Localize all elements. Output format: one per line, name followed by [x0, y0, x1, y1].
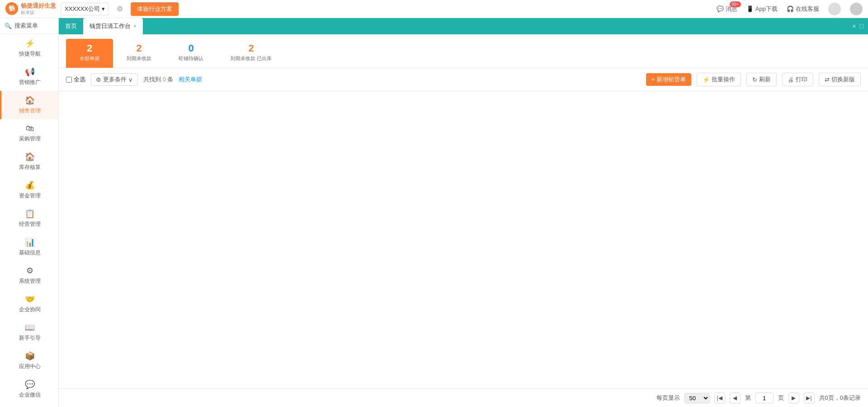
company-selector[interactable]: XXXXXX公司 ▾ — [61, 3, 109, 15]
guide-icon: 📖 — [25, 323, 35, 332]
sidebar-item-member[interactable]: ✓ 畅会员 — [0, 403, 58, 407]
tab-actions: × □ — [848, 23, 868, 30]
header-right: 💬 消息 99+ 📱 App下载 🎧 在线客服 — [717, 3, 863, 15]
sidebar-item-finance[interactable]: 💰 资金管理 — [0, 176, 58, 204]
purchase-icon: 🛍 — [26, 124, 34, 133]
per-page-label: 每页显示 — [656, 394, 680, 402]
sidebar-item-sales[interactable]: 🏠 销售管理 — [0, 91, 58, 119]
sidebar-item-cooperation[interactable]: 🤝 企业协同 — [0, 290, 58, 318]
sidebar-item-label: 基础信息 — [19, 249, 41, 257]
sidebar-item-purchase[interactable]: 🛍 采购管理 — [0, 119, 58, 147]
table-area — [59, 91, 868, 388]
quick-nav-icon: ⚡ — [25, 38, 35, 48]
next-page-button[interactable]: ▶ — [788, 393, 799, 403]
sidebar-item-label: 新手引导 — [19, 334, 41, 342]
sidebar-item-system[interactable]: ⚙ 系统管理 — [0, 261, 58, 290]
gear-icon: ⚙ — [117, 5, 123, 13]
prev-page-button[interactable]: ◀ — [730, 393, 741, 403]
cooperation-icon: 🤝 — [25, 294, 35, 304]
sidebar-item-label: 采购管理 — [19, 135, 41, 143]
message-badge: 99+ — [730, 1, 741, 7]
tab-active[interactable]: 钱货日清工作台 × — [83, 18, 143, 34]
count-text: 共找到 0 条 — [143, 75, 173, 84]
sidebar-item-label: 经营管理 — [19, 220, 41, 228]
page-suffix: 页 — [778, 394, 784, 402]
sidebar-item-label: 销售管理 — [19, 107, 41, 115]
stat-label-pending: 旺铺待确认 — [179, 55, 203, 62]
search-menu-item[interactable]: 🔍 搜索菜单 — [0, 18, 58, 34]
refresh-icon: ↻ — [752, 76, 757, 83]
trial-button[interactable]: 体验行业方案 — [131, 2, 179, 16]
chevron-icon: ∨ — [128, 76, 133, 83]
batch-operation-button[interactable]: ⚡ 批量操作 — [697, 73, 741, 86]
stats-tab-overdue-shipped[interactable]: 2 到期未收款 已出库 — [217, 39, 285, 68]
marketing-icon: 📢 — [25, 67, 35, 77]
tab-home[interactable]: 首页 — [59, 18, 83, 34]
stat-label-overdue: 到期未收款 — [127, 55, 151, 62]
online-service-label: 在线客服 — [796, 5, 819, 13]
batch-icon: ⚡ — [703, 76, 710, 83]
sidebar-item-label: 资金管理 — [19, 192, 41, 200]
sidebar-item-quick-nav[interactable]: ⚡ 快捷导航 — [0, 34, 58, 62]
toolbar-left: 全选 ⚙ 更多条件 ∨ 共找到 0 条 相关单据 — [66, 73, 202, 86]
home-tab-label: 首页 — [65, 22, 77, 30]
sidebar-item-basic-info[interactable]: 📊 基础信息 — [0, 233, 58, 261]
first-page-button[interactable]: |◀ — [714, 393, 725, 403]
sidebar-item-label: 企业协同 — [19, 306, 41, 313]
page-input[interactable]: 1 — [755, 393, 774, 403]
print-button[interactable]: 🖨 打印 — [782, 73, 813, 86]
sidebar-item-guide[interactable]: 📖 新手引导 — [0, 318, 58, 346]
maximize-icon[interactable]: □ — [860, 23, 863, 30]
switch-icon: ⇄ — [825, 76, 830, 83]
sidebar-item-marketing[interactable]: 📢 营销推广 — [0, 62, 58, 91]
user-avatar[interactable] — [850, 3, 863, 15]
message-action[interactable]: 💬 消息 99+ — [717, 5, 737, 13]
app-center-icon: 📦 — [25, 351, 35, 361]
total-text: 共0页，0条记录 — [819, 394, 861, 402]
wechat-icon: 💬 — [25, 379, 35, 389]
select-all-checkbox[interactable]: 全选 — [66, 75, 85, 84]
app-download-label: App下载 — [755, 5, 778, 13]
search-menu-label: 搜索菜单 — [14, 22, 38, 30]
refresh-button[interactable]: ↻ 刷新 — [746, 73, 777, 86]
online-service-action[interactable]: 🎧 在线客服 — [787, 5, 819, 13]
add-order-button[interactable]: + 新增销货单 — [646, 73, 691, 86]
switch-version-button[interactable]: ⇄ 切换新版 — [819, 73, 861, 86]
service-icon: 🎧 — [787, 5, 794, 12]
settings-button[interactable]: ⚙ — [113, 3, 126, 15]
sidebar-item-operations[interactable]: 📋 经营管理 — [0, 204, 58, 233]
filter-label: 更多条件 — [103, 75, 127, 84]
main-layout: 🔍 搜索菜单 ⚡ 快捷导航 📢 营销推广 🏠 销售管理 🛍 采购管理 🏠 库存核… — [0, 18, 868, 407]
related-orders-link[interactable]: 相关单据 — [179, 75, 202, 84]
basic-info-icon: 📊 — [25, 237, 35, 247]
select-all-input[interactable] — [66, 77, 72, 83]
stat-label-overdue-shipped: 到期未收款 已出库 — [231, 55, 272, 62]
download-icon: 📱 — [746, 5, 754, 12]
sidebar-item-wechat[interactable]: 💬 企业微信 — [0, 375, 58, 403]
app-download-action[interactable]: 📱 App下载 — [746, 5, 778, 13]
stat-number-all: 2 — [87, 42, 92, 54]
last-page-button[interactable]: ▶| — [804, 393, 815, 403]
page-size-select[interactable]: 50 100 — [684, 393, 710, 403]
avatar[interactable] — [828, 3, 841, 15]
stats-tab-overdue[interactable]: 2 到期未收款 — [113, 39, 165, 68]
stats-tab-all[interactable]: 2 全部单据 — [66, 39, 113, 68]
sidebar-item-label: 快捷导航 — [19, 50, 41, 58]
stat-number-overdue-shipped: 2 — [248, 42, 254, 54]
minimize-icon[interactable]: × — [852, 23, 856, 30]
logo-area: 畅 畅捷通好生意 标准版 — [5, 2, 56, 16]
stats-tab-pending[interactable]: 0 旺铺待确认 — [165, 39, 217, 68]
tab-close-icon[interactable]: × — [133, 23, 137, 29]
top-header: 畅 畅捷通好生意 标准版 XXXXXX公司 ▾ ⚙ 体验行业方案 💬 消息 99… — [0, 0, 868, 18]
active-tab-label: 钱货日清工作台 — [90, 22, 131, 30]
system-icon: ⚙ — [26, 266, 33, 276]
sidebar-item-app-center[interactable]: 📦 应用中心 — [0, 346, 58, 375]
page-content: 2 全部单据 2 到期未收款 0 旺铺待确认 2 到期未收款 已出库 — [59, 34, 868, 407]
logo-icon: 畅 — [5, 2, 18, 15]
logo-text: 畅捷通好生意 标准版 — [21, 2, 56, 16]
stats-tabs: 2 全部单据 2 到期未收款 0 旺铺待确认 2 到期未收款 已出库 — [59, 34, 868, 68]
filter-button[interactable]: ⚙ 更多条件 ∨ — [91, 73, 138, 86]
sidebar: 🔍 搜索菜单 ⚡ 快捷导航 📢 营销推广 🏠 销售管理 🛍 采购管理 🏠 库存核… — [0, 18, 59, 407]
header-left: 畅 畅捷通好生意 标准版 XXXXXX公司 ▾ ⚙ 体验行业方案 — [5, 2, 179, 16]
sidebar-item-inventory[interactable]: 🏠 库存核算 — [0, 147, 58, 176]
